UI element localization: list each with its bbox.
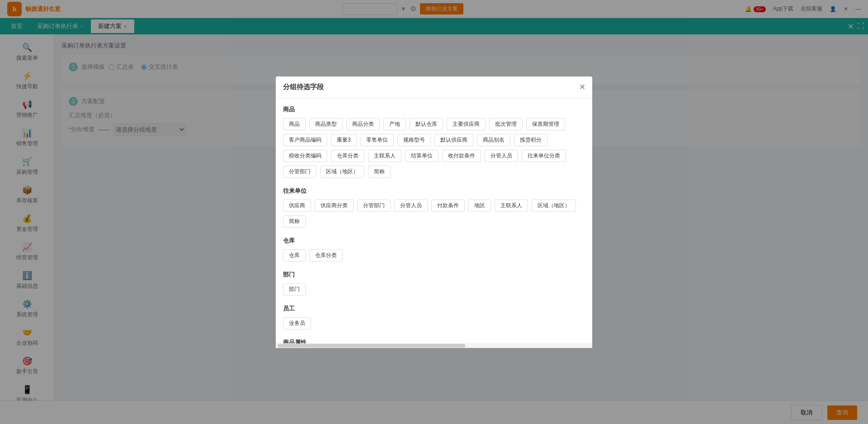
department-chips: 部门 — [283, 283, 585, 295]
modal-body: 商品 商品 商品类型 商品分类 产地 默认仓库 主要供应商 批次管理 保质期管理… — [276, 98, 592, 343]
chip-goods-12[interactable]: 默认供应商 — [434, 134, 473, 146]
chip-goods-11[interactable]: 规格型号 — [397, 134, 431, 146]
chip-goods-7[interactable]: 保质期管理 — [526, 118, 565, 130]
section-goods-title: 商品 — [283, 105, 585, 114]
section-partner-title: 往来单位 — [283, 187, 585, 195]
chip-partner-8[interactable]: 简称 — [283, 215, 306, 228]
section-department-title: 部门 — [283, 271, 585, 279]
partner-chips: 供应商 供应商分类 分管部门 分管人员 付款条件 地区 主联系人 区域（地区） … — [283, 200, 585, 228]
field-selection-modal: 分组待选字段 ✕ 商品 商品 商品类型 商品分类 产地 默认仓库 主要供应商 — [276, 76, 592, 348]
chip-partner-0[interactable]: 供应商 — [283, 200, 311, 212]
chip-goods-17[interactable]: 主联系人 — [368, 150, 401, 162]
main-layout: 🔍 搜索菜单 ⚡ 快捷导航 📢 营销推广 📊 销售管理 🛒 采购管理 📦 库存核… — [0, 34, 868, 424]
chip-goods-20[interactable]: 分管人员 — [485, 150, 518, 162]
chip-goods-9[interactable]: 重量3 — [331, 134, 357, 146]
section-staff-title: 员工 — [283, 305, 585, 313]
chip-partner-1[interactable]: 供应商分类 — [315, 200, 354, 212]
chip-goods-19[interactable]: 收付款条件 — [442, 150, 481, 162]
chip-partner-2[interactable]: 分管部门 — [357, 200, 391, 212]
chip-goods-14[interactable]: 拣货积分 — [514, 134, 547, 146]
section-department: 部门 部门 — [283, 271, 585, 295]
chip-goods-1[interactable]: 商品类型 — [309, 118, 343, 130]
staff-chips: 业务员 — [283, 317, 585, 329]
chip-goods-21[interactable]: 往来单位分类 — [522, 150, 566, 162]
chip-goods-3[interactable]: 产地 — [383, 118, 406, 130]
chip-warehouse-1[interactable]: 仓库分类 — [309, 249, 343, 262]
chip-partner-6[interactable]: 主联系人 — [495, 200, 528, 212]
modal-overlay: 分组待选字段 ✕ 商品 商品 商品类型 商品分类 产地 默认仓库 主要供应商 — [54, 34, 868, 424]
chip-goods-0[interactable]: 商品 — [283, 118, 306, 130]
chip-warehouse-0[interactable]: 仓库 — [283, 249, 306, 262]
section-goods-attr-title: 商品属性 — [283, 338, 585, 343]
chip-goods-10[interactable]: 零售单位 — [360, 134, 394, 146]
warehouse-chips: 仓库 仓库分类 — [283, 249, 585, 262]
section-goods-attr: 商品属性 属性 颜色 多规格 尺码 鞋码 1 — [283, 338, 585, 343]
section-warehouse: 仓库 仓库 仓库分类 — [283, 237, 585, 262]
goods-chips: 商品 商品类型 商品分类 产地 默认仓库 主要供应商 批次管理 保质期管理 客户… — [283, 118, 585, 178]
chip-goods-18[interactable]: 结算单位 — [405, 150, 439, 162]
chip-goods-13[interactable]: 商品别名 — [477, 134, 510, 146]
section-staff: 员工 业务员 — [283, 305, 585, 329]
hscroll-thumb — [278, 344, 465, 348]
chip-goods-22[interactable]: 分管部门 — [283, 166, 316, 178]
chip-goods-6[interactable]: 批次管理 — [489, 118, 523, 130]
chip-partner-3[interactable]: 分管人员 — [394, 200, 428, 212]
chip-staff-0[interactable]: 业务员 — [283, 317, 311, 329]
modal-title: 分组待选字段 — [283, 83, 324, 91]
section-partner: 往来单位 供应商 供应商分类 分管部门 分管人员 付款条件 地区 主联系人 区域… — [283, 187, 585, 228]
chip-partner-5[interactable]: 地区 — [468, 200, 491, 212]
chip-goods-8[interactable]: 客户商品编码 — [283, 134, 327, 146]
section-warehouse-title: 仓库 — [283, 237, 585, 245]
chip-goods-4[interactable]: 默认仓库 — [410, 118, 443, 130]
chip-goods-2[interactable]: 商品分类 — [346, 118, 380, 130]
modal-close-btn[interactable]: ✕ — [579, 83, 585, 91]
chip-partner-4[interactable]: 付款条件 — [431, 200, 465, 212]
chip-department-0[interactable]: 部门 — [283, 283, 306, 295]
modal-header: 分组待选字段 ✕ — [276, 76, 592, 98]
chip-goods-23[interactable]: 区域（地区） — [320, 166, 364, 178]
main-content: 采购订单执行表方案设置 1 选择模板 汇总表 交叉统计表 2 方 — [54, 34, 868, 424]
chip-goods-16[interactable]: 仓库分类 — [331, 150, 364, 162]
section-goods: 商品 商品 商品类型 商品分类 产地 默认仓库 主要供应商 批次管理 保质期管理… — [283, 105, 585, 178]
chip-goods-15[interactable]: 税收分类编码 — [283, 150, 327, 162]
chip-goods-5[interactable]: 主要供应商 — [447, 118, 486, 130]
modal-hscroll[interactable] — [276, 343, 592, 348]
chip-partner-7[interactable]: 区域（地区） — [532, 200, 576, 212]
chip-goods-24[interactable]: 简称 — [368, 166, 391, 178]
